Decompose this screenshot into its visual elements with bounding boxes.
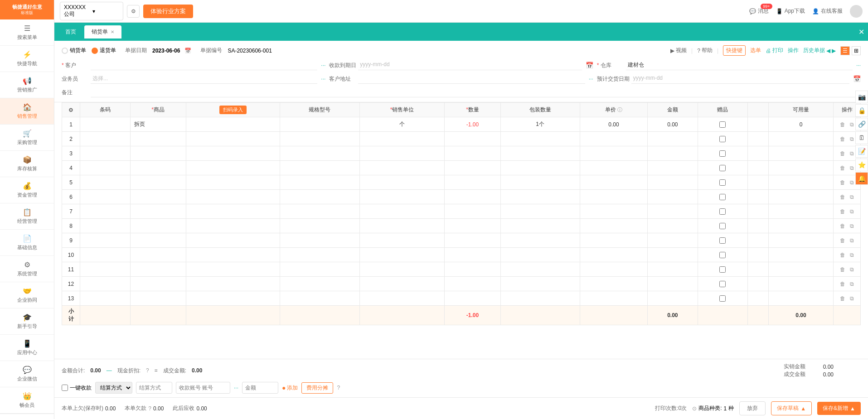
sidebar-item-3[interactable]: 🏠销售管理 <box>0 98 54 125</box>
copy-icon-12[interactable]: ⧉ <box>849 295 855 302</box>
sidebar-item-14[interactable]: 👑畅会员 <box>0 387 54 414</box>
delete-icon-8[interactable]: 🗑 <box>839 237 847 244</box>
customer-addr-dots[interactable]: ··· <box>589 76 593 82</box>
cell-qty-0[interactable]: -1.00 <box>445 117 500 132</box>
cell-price-9[interactable] <box>580 248 647 262</box>
cell-gift-4[interactable] <box>698 175 748 190</box>
cell-qty-6[interactable] <box>445 204 500 219</box>
sidebar-item-12[interactable]: 📱应用中心 <box>0 335 54 361</box>
cell-pkg-qty-10[interactable] <box>500 262 580 277</box>
sidebar-item-11[interactable]: 🎓新手引导 <box>0 308 54 335</box>
cell-unit-1[interactable] <box>359 132 445 146</box>
cell-price-12[interactable] <box>580 291 647 306</box>
cell-product-6[interactable] <box>130 204 186 219</box>
th-scan[interactable]: 扫码录入 <box>186 103 280 117</box>
copy-icon-5[interactable]: ⧉ <box>849 194 855 200</box>
float-btn-camera[interactable]: 📷 <box>855 91 868 103</box>
cell-pkg-qty-2[interactable] <box>500 146 580 161</box>
due-date-input[interactable]: yyyy-mm-dd <box>358 60 582 70</box>
cell-amount-7[interactable] <box>648 219 698 233</box>
cell-remark-7[interactable] <box>748 219 769 233</box>
cell-remark-8[interactable] <box>748 233 769 248</box>
sidebar-item-8[interactable]: 📄基础信息 <box>0 230 54 256</box>
cell-barcode-11[interactable] <box>80 277 131 291</box>
delete-icon-1[interactable]: 🗑 <box>839 136 847 142</box>
cell-unit-10[interactable] <box>359 262 445 277</box>
delete-icon-11[interactable]: 🗑 <box>839 281 847 287</box>
settings-button[interactable]: ⚙ <box>127 5 140 18</box>
cell-product-10[interactable] <box>130 262 186 277</box>
help-action[interactable]: ? 帮助 <box>697 47 713 54</box>
cell-amount-0[interactable]: 0.00 <box>648 117 698 132</box>
due-date-calendar-icon[interactable]: 📅 <box>586 62 593 69</box>
cell-spec-0[interactable] <box>280 117 359 132</box>
cell-product-7[interactable] <box>130 219 186 233</box>
cell-product-8[interactable] <box>130 233 186 248</box>
copy-icon-7[interactable]: ⧉ <box>849 223 855 229</box>
cell-gift-2[interactable] <box>698 146 748 161</box>
cell-amount-9[interactable] <box>648 248 698 262</box>
cell-unit-11[interactable] <box>359 277 445 291</box>
cell-unit-5[interactable] <box>359 190 445 204</box>
cell-product-4[interactable] <box>130 175 186 190</box>
cell-pkg-qty-1[interactable] <box>500 132 580 146</box>
cell-unit-9[interactable] <box>359 248 445 262</box>
cell-price-7[interactable] <box>580 219 647 233</box>
cell-amount-4[interactable] <box>648 175 698 190</box>
note-input[interactable] <box>91 87 861 97</box>
cell-qty-3[interactable] <box>445 161 500 175</box>
sidebar-item-10[interactable]: 🤝企业协同 <box>0 282 54 308</box>
copy-icon-0[interactable]: ⧉ <box>849 121 855 128</box>
cell-barcode-10[interactable] <box>80 262 131 277</box>
company-selector[interactable]: XXXXXX公司 ▾ <box>60 2 123 20</box>
cell-price-5[interactable] <box>580 190 647 204</box>
cell-barcode-4[interactable] <box>80 175 131 190</box>
cell-spec-3[interactable] <box>280 161 359 175</box>
copy-icon-9[interactable]: ⧉ <box>849 252 855 258</box>
product-kind-icon[interactable]: ⊙ <box>692 405 697 412</box>
cell-pkg-qty-0[interactable]: 1个 <box>500 117 580 132</box>
cell-spec-9[interactable] <box>280 248 359 262</box>
cell-product-11[interactable] <box>130 277 186 291</box>
cell-gift-9[interactable] <box>698 248 748 262</box>
copy-icon-2[interactable]: ⧉ <box>849 150 855 157</box>
cell-qty-1[interactable] <box>445 132 500 146</box>
cell-qty-10[interactable] <box>445 262 500 277</box>
cell-price-6[interactable] <box>580 204 647 219</box>
cell-remark-4[interactable] <box>748 175 769 190</box>
cell-unit-0[interactable]: 个 <box>359 117 445 132</box>
cell-amount-12[interactable] <box>648 291 698 306</box>
float-btn-edit[interactable]: 📝 <box>855 145 868 158</box>
salesperson-input[interactable]: 选择... <box>91 74 317 84</box>
cell-qty-9[interactable] <box>445 248 500 262</box>
float-btn-calendar[interactable]: 🗓 <box>855 131 868 144</box>
tab-sales-order[interactable]: 销货单 ✕ <box>84 25 121 39</box>
copy-icon-3[interactable]: ⧉ <box>849 165 855 171</box>
debit-help-icon[interactable]: ? <box>148 405 151 412</box>
cell-spec-12[interactable] <box>280 291 359 306</box>
copy-icon-10[interactable]: ⧉ <box>849 266 855 273</box>
cell-price-11[interactable] <box>580 277 647 291</box>
float-btn-link[interactable]: 🔗 <box>855 118 868 130</box>
cell-barcode-0[interactable] <box>80 117 131 132</box>
account-dots[interactable]: ··· <box>234 385 238 391</box>
cell-spec-1[interactable] <box>280 132 359 146</box>
cell-barcode-1[interactable] <box>80 132 131 146</box>
cell-qty-11[interactable] <box>445 277 500 291</box>
gift-checkbox-9[interactable] <box>719 252 726 258</box>
customer-addr-input[interactable] <box>358 74 585 84</box>
gift-checkbox-1[interactable] <box>719 136 726 142</box>
cell-gift-12[interactable] <box>698 291 748 306</box>
cell-pkg-qty-8[interactable] <box>500 233 580 248</box>
expense-button[interactable]: 费用分摊 <box>301 382 333 394</box>
cell-spec-6[interactable] <box>280 204 359 219</box>
settlement-method-input[interactable] <box>136 382 172 394</box>
copy-icon-11[interactable]: ⧉ <box>849 281 855 287</box>
gift-checkbox-12[interactable] <box>719 295 726 302</box>
online-service-button[interactable]: 👤 在线客服 <box>812 7 843 15</box>
cell-amount-5[interactable] <box>648 190 698 204</box>
warehouse-dots[interactable]: ··· <box>856 62 861 68</box>
prev-icon[interactable]: ◀ <box>826 48 830 54</box>
sidebar-item-2[interactable]: 📢营销推广 <box>0 72 54 98</box>
view-grid-icon[interactable]: ⊞ <box>852 46 861 55</box>
